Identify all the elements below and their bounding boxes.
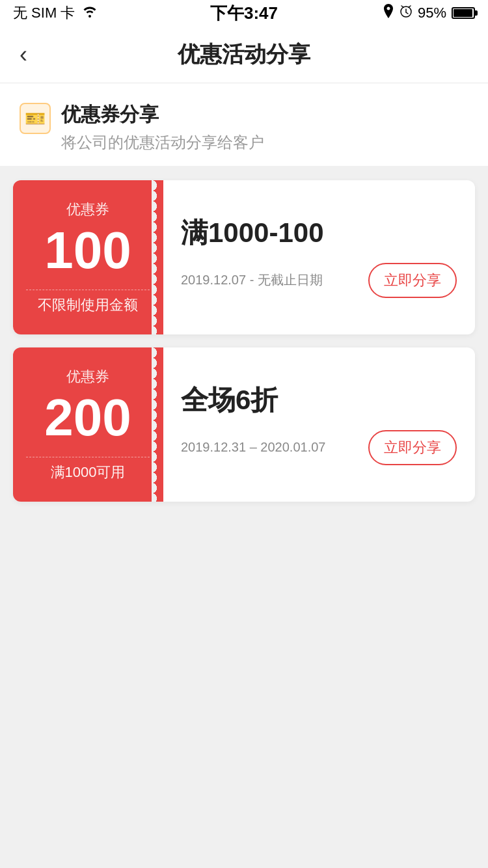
battery-icon <box>452 7 475 19</box>
status-right: 95% <box>383 4 475 22</box>
coupon-right-2: 全场6折 2019.12.31 – 2020.01.07 立即分享 <box>163 347 475 502</box>
coupon-footer-1: 2019.12.07 - 无截止日期 立即分享 <box>181 263 457 298</box>
bottom-area <box>0 515 488 840</box>
coupon-amount-1: 100 <box>44 224 131 277</box>
coupon-condition-2: 满1000可用 <box>51 463 126 482</box>
nav-bar: ‹ 优惠活动分享 <box>0 26 488 83</box>
coupon-condition-1: 不限制使用金额 <box>38 295 138 315</box>
coupon-card-2: 优惠券 200 满1000可用 全场6折 2019.12.31 – 2020.0… <box>13 347 475 502</box>
coupon-date-2: 2019.12.31 – 2020.01.07 <box>181 440 360 455</box>
coupon-date-1: 2019.12.07 - 无截止日期 <box>181 271 360 289</box>
coupon-name-1: 满1000-100 <box>181 217 457 249</box>
coupon-type-label-2: 优惠券 <box>66 367 109 387</box>
section-title: 优惠券分享 <box>61 102 264 128</box>
sim-label: 无 SIM 卡 <box>13 3 75 23</box>
location-icon <box>383 4 394 22</box>
status-time: 下午3:47 <box>210 2 278 25</box>
coupon-divider-1 <box>26 290 150 290</box>
battery-percent: 95% <box>418 5 446 21</box>
page-title: 优惠活动分享 <box>178 40 310 70</box>
coupon-right-1: 满1000-100 2019.12.07 - 无截止日期 立即分享 <box>163 180 475 334</box>
coupon-left-1: 优惠券 100 不限制使用金额 <box>13 180 163 334</box>
coupon-name-2: 全场6折 <box>181 384 457 416</box>
back-button[interactable]: ‹ <box>20 43 27 66</box>
wifi-icon <box>81 5 98 21</box>
share-button-2[interactable]: 立即分享 <box>368 430 457 465</box>
section-header: 🎫 优惠券分享 将公司的优惠活动分享给客户 <box>0 83 488 166</box>
coupon-left-2: 优惠券 200 满1000可用 <box>13 347 163 502</box>
share-button-1[interactable]: 立即分享 <box>368 263 457 298</box>
coupon-section-icon: 🎫 <box>20 103 51 134</box>
alarm-icon <box>400 4 413 22</box>
coupon-divider-2 <box>26 457 150 457</box>
coupon-type-label-1: 优惠券 <box>66 200 109 219</box>
coupon-footer-2: 2019.12.31 – 2020.01.07 立即分享 <box>181 430 457 465</box>
section-subtitle: 将公司的优惠活动分享给客户 <box>61 132 264 153</box>
coupon-list: 优惠券 100 不限制使用金额 满1000-100 2019.12.07 - 无… <box>0 167 488 515</box>
status-left: 无 SIM 卡 <box>13 3 98 23</box>
status-bar: 无 SIM 卡 下午3:47 95% <box>0 0 488 26</box>
coupon-card: 优惠券 100 不限制使用金额 满1000-100 2019.12.07 - 无… <box>13 180 475 334</box>
coupon-amount-2: 200 <box>44 392 131 444</box>
section-text-group: 优惠券分享 将公司的优惠活动分享给客户 <box>61 102 264 153</box>
